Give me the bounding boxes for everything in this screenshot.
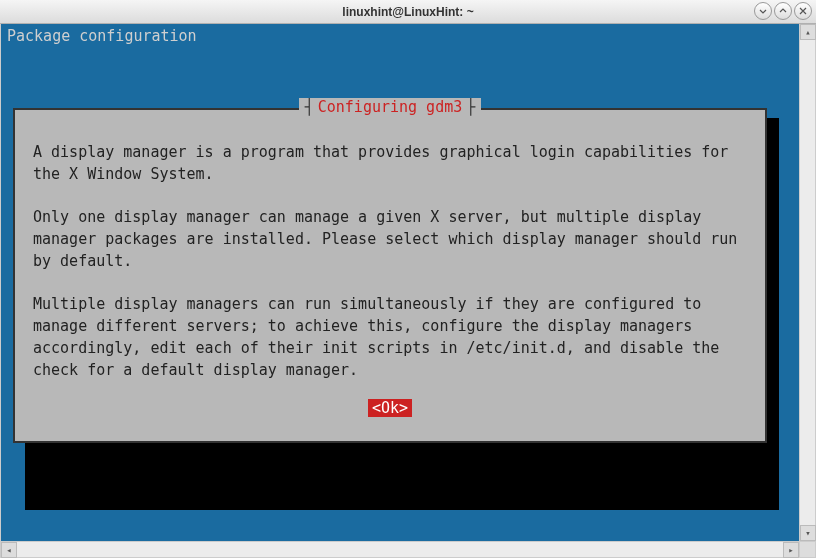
dialog-paragraph: Multiple display managers can run simult…: [33, 295, 728, 378]
bracket-right: ├: [466, 98, 475, 116]
window-controls: [754, 2, 812, 20]
page-header: Package configuration: [1, 24, 799, 48]
scroll-left-icon[interactable]: ◂: [1, 542, 17, 558]
vertical-scrollbar[interactable]: ▴ ▾: [799, 24, 815, 541]
terminal-area: Package configuration ┤ Configuring gdm3…: [0, 24, 816, 558]
dialog-paragraph: Only one display manager can manage a gi…: [33, 208, 746, 270]
config-dialog: ┤ Configuring gdm3 ├ A display manager i…: [13, 108, 767, 443]
dialog-paragraph: A display manager is a program that prov…: [33, 143, 737, 183]
dialog-body: A display manager is a program that prov…: [33, 142, 747, 381]
titlebar: linuxhint@LinuxHint: ~: [0, 0, 816, 24]
dialog-title: Configuring gdm3: [314, 98, 467, 116]
terminal-content: Package configuration ┤ Configuring gdm3…: [1, 24, 799, 541]
bracket-left: ┤: [305, 98, 314, 116]
horizontal-scrollbar[interactable]: ◂ ▸: [1, 541, 799, 557]
dialog-title-wrap: ┤ Configuring gdm3 ├: [15, 98, 765, 116]
dialog-button-row: <Ok>: [33, 399, 747, 417]
window-title: linuxhint@LinuxHint: ~: [342, 5, 473, 19]
scroll-corner: [799, 541, 815, 557]
close-button[interactable]: [794, 2, 812, 20]
maximize-button[interactable]: [774, 2, 792, 20]
terminal-window: linuxhint@LinuxHint: ~ Package configura…: [0, 0, 816, 558]
dialog-title-box: ┤ Configuring gdm3 ├: [299, 98, 482, 116]
scroll-down-icon[interactable]: ▾: [800, 525, 816, 541]
scroll-up-icon[interactable]: ▴: [800, 24, 816, 40]
scroll-right-icon[interactable]: ▸: [783, 542, 799, 558]
minimize-button[interactable]: [754, 2, 772, 20]
ok-button[interactable]: <Ok>: [368, 399, 412, 417]
